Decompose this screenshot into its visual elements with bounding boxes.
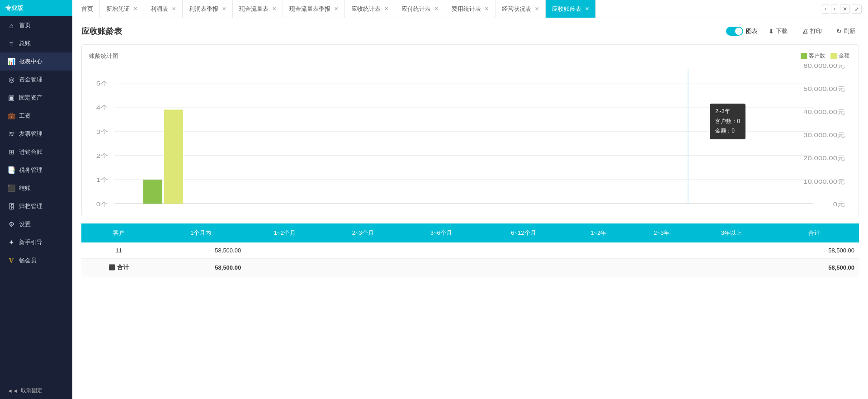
tab-prev-button[interactable]: ‹ xyxy=(822,5,829,14)
total-y1-2 xyxy=(567,259,630,276)
page-actions: 图表 ⬇ 下载 🖨 打印 ↻ 刷新 xyxy=(726,25,859,37)
total-total: 58,500.00 xyxy=(769,259,859,276)
tab-profit[interactable]: 利润表 ✕ xyxy=(144,0,183,18)
svg-text:2~3年: 2~3年 xyxy=(678,208,698,209)
refresh-button[interactable]: ↻ 刷新 xyxy=(833,25,859,37)
total-label-text: 合计 xyxy=(117,263,129,271)
tab-expand-button[interactable]: ⤢ xyxy=(852,5,862,14)
tab-cashflow-quarter[interactable]: 现金流量表季报 ✕ xyxy=(283,0,345,18)
bar-customer-1 xyxy=(143,180,162,204)
tab-bar: 首页 新增凭证 ✕ 利润表 ✕ 利润表季报 ✕ 现金流量表 ✕ 现金流量表季报 … xyxy=(72,0,868,18)
sidebar-item-label: 结账 xyxy=(19,184,31,192)
tab-close-icon[interactable]: ✕ xyxy=(434,6,439,12)
tab-close-all-button[interactable]: ✕ xyxy=(840,5,850,14)
sidebar-item-inventory[interactable]: ⊞ 进销台账 xyxy=(0,143,72,161)
page-header: 应收账龄表 图表 ⬇ 下载 🖨 打印 ↻ 刷新 xyxy=(81,25,859,37)
tab-close-icon[interactable]: ✕ xyxy=(133,6,137,12)
print-label: 打印 xyxy=(810,27,822,35)
tab-close-icon[interactable]: ✕ xyxy=(172,6,176,12)
main-area: 首页 新增凭证 ✕ 利润表 ✕ 利润表季报 ✕ 现金流量表 ✕ 现金流量表季报 … xyxy=(72,0,868,399)
cell-y1-2 xyxy=(567,242,630,259)
tab-cashflow[interactable]: 现金流量表 ✕ xyxy=(233,0,283,18)
tab-close-icon[interactable]: ✕ xyxy=(535,6,539,12)
col-m1-2: 1~2个月 xyxy=(245,223,324,242)
toggle-track[interactable] xyxy=(726,27,743,36)
sidebar-item-invoice[interactable]: ≋ 发票管理 xyxy=(0,125,72,143)
sidebar-item-label: 报表中心 xyxy=(19,57,42,66)
toggle-thumb xyxy=(735,28,742,35)
tab-close-icon[interactable]: ✕ xyxy=(384,6,388,12)
cell-m3-6 xyxy=(402,242,480,259)
sidebar-item-archive[interactable]: 🗄 归档管理 xyxy=(0,197,72,215)
chart-toggle[interactable]: 图表 xyxy=(726,27,758,36)
sidebar-item-label: 进销台账 xyxy=(19,148,42,156)
tab-profit-quarter[interactable]: 利润表季报 ✕ xyxy=(183,0,233,18)
svg-text:3~6个月: 3~6个月 xyxy=(411,208,439,209)
sidebar-item-label: 固定资产 xyxy=(19,94,42,102)
sidebar-item-tax[interactable]: 📑 税务管理 xyxy=(0,161,72,179)
cell-m2-3 xyxy=(324,242,402,259)
total-label-cell: ⬛ 合计 xyxy=(81,259,156,276)
col-y3plus: 3年以上 xyxy=(693,223,769,242)
svg-text:3年以上: 3年以上 xyxy=(762,208,789,209)
tab-biz-stat[interactable]: 经营状况表 ✕ xyxy=(495,0,546,18)
close-account-icon: ⬛ xyxy=(7,184,15,192)
tab-close-icon[interactable]: ✕ xyxy=(585,6,589,12)
tab-expense-stat[interactable]: 费用统计表 ✕ xyxy=(445,0,495,18)
asset-icon: ▣ xyxy=(7,94,15,102)
svg-text:3个: 3个 xyxy=(96,128,108,135)
sidebar-item-ledger[interactable]: ≡ 总账 xyxy=(0,34,72,52)
tab-ar-stat[interactable]: 应收统计表 ✕ xyxy=(345,0,395,18)
sidebar-item-home[interactable]: ⌂ 首页 xyxy=(0,16,72,34)
sidebar-item-close[interactable]: ⬛ 结账 xyxy=(0,179,72,197)
legend-customer-label: 客户数 xyxy=(809,52,825,60)
col-y1-2: 1~2年 xyxy=(567,223,630,242)
bar-chart: 0个 1个 2个 3个 4个 5个 0元 10,000.00元 20,000.0… xyxy=(89,64,851,209)
total-icon: ⬛ xyxy=(108,264,115,271)
report-icon: 📊 xyxy=(7,57,15,66)
table-row: 11 58,500.00 58,500.00 xyxy=(81,242,859,259)
print-button[interactable]: 🖨 打印 xyxy=(798,25,826,37)
tab-ap-stat[interactable]: 应付统计表 ✕ xyxy=(395,0,445,18)
svg-text:5个: 5个 xyxy=(96,80,108,87)
sidebar-item-settings[interactable]: ⚙ 设置 xyxy=(0,215,72,233)
total-y3plus xyxy=(693,259,769,276)
sidebar-item-vip[interactable]: V 畅会员 xyxy=(0,252,72,270)
legend-customer: 客户数 xyxy=(801,52,825,60)
tab-next-button[interactable]: › xyxy=(831,5,838,14)
tab-close-icon[interactable]: ✕ xyxy=(272,6,276,12)
sidebar-item-report[interactable]: 📊 报表中心 xyxy=(0,52,72,71)
app-logo: 专业版 xyxy=(0,0,72,16)
sidebar-item-label: 首页 xyxy=(19,21,31,29)
unpin-button[interactable]: ◄◄ 取消固定 xyxy=(0,382,72,399)
home-icon: ⌂ xyxy=(7,22,15,29)
tab-close-icon[interactable]: ✕ xyxy=(222,6,226,12)
sidebar-item-label: 归档管理 xyxy=(19,202,42,210)
svg-text:2个: 2个 xyxy=(96,152,108,159)
svg-text:1~2年: 1~2年 xyxy=(590,208,610,209)
total-y2-3 xyxy=(630,259,693,276)
sidebar-item-fund[interactable]: ◎ 资金管理 xyxy=(0,71,72,89)
chart-toggle-label: 图表 xyxy=(746,27,758,35)
tab-close-icon[interactable]: ✕ xyxy=(334,6,338,12)
refresh-icon: ↻ xyxy=(836,28,842,35)
chart-area: 账龄统计图 客户数 金额 0个 1个 2个 3个 4个 5个 xyxy=(81,44,859,216)
sidebar-item-label: 税务管理 xyxy=(19,166,42,174)
sidebar-item-salary[interactable]: 💼 工资 xyxy=(0,107,72,125)
svg-text:4个: 4个 xyxy=(96,104,108,111)
svg-text:1个月内: 1个月内 xyxy=(149,208,176,209)
cell-customer: 11 xyxy=(81,242,156,259)
download-icon: ⬇ xyxy=(769,28,774,35)
tab-close-icon[interactable]: ✕ xyxy=(485,6,489,12)
unpin-icon: ◄◄ xyxy=(7,388,18,394)
sidebar-item-asset[interactable]: ▣ 固定资产 xyxy=(0,89,72,107)
tab-voucher[interactable]: 新增凭证 ✕ xyxy=(100,0,144,18)
tab-ar-aging[interactable]: 应收账龄表 ✕ xyxy=(546,0,596,18)
sidebar-item-guide[interactable]: ✦ 新手引导 xyxy=(0,233,72,252)
refresh-label: 刷新 xyxy=(844,27,855,35)
download-button[interactable]: ⬇ 下载 xyxy=(765,25,791,37)
col-m6-12: 6~12个月 xyxy=(480,223,566,242)
svg-text:20,000.00元: 20,000.00元 xyxy=(803,155,845,162)
total-m1-2 xyxy=(245,259,324,276)
tab-home[interactable]: 首页 xyxy=(75,0,100,18)
